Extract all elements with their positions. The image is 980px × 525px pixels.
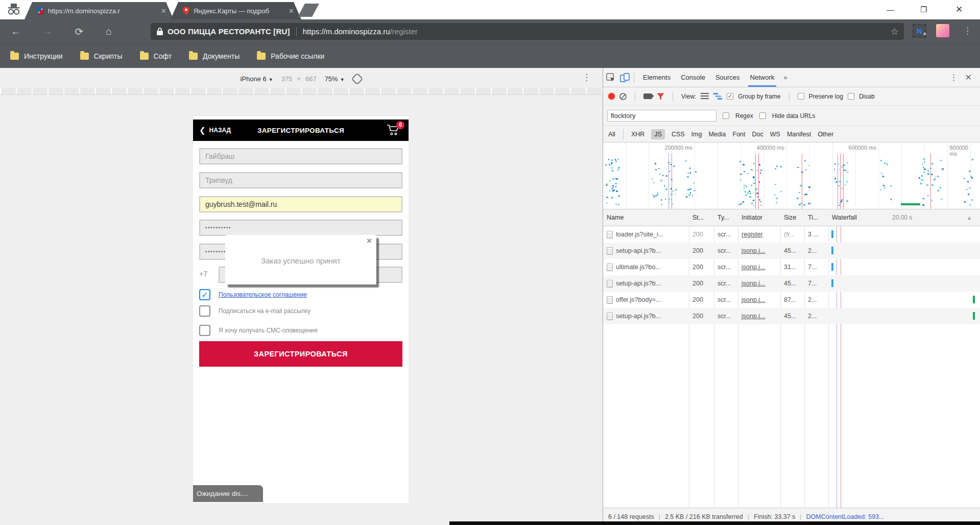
home-button[interactable]: ⌂	[100, 26, 117, 37]
tab-console[interactable]: Console	[676, 68, 710, 87]
type-filter-ws[interactable]: WS	[770, 131, 780, 138]
initiator-link[interactable]: jsonp.j...	[742, 247, 766, 254]
email-field[interactable]: guybrush.test@mail.ru	[199, 196, 402, 212]
bookmark-folder-instructions[interactable]: Инструкции	[10, 52, 63, 60]
password-field[interactable]: ••••••••••	[199, 220, 402, 236]
window-close-button[interactable]: ✕	[955, 5, 963, 15]
type-filter-img[interactable]: Img	[691, 131, 702, 138]
back-link[interactable]: ❮НАЗАД	[199, 126, 231, 135]
type-filter-manifest[interactable]: Manifest	[787, 131, 811, 138]
initiator-link[interactable]: jsonp.j...	[742, 264, 766, 271]
type-filter-font[interactable]: Font	[733, 131, 746, 138]
bookmark-folder-documents[interactable]: Документы	[189, 52, 240, 60]
new-tab-button[interactable]	[298, 4, 319, 17]
zoom-select[interactable]: 75%▼	[325, 75, 345, 83]
tab-sources[interactable]: Sources	[710, 68, 745, 87]
type-filter-js[interactable]: JS	[651, 129, 665, 139]
agreement-checkbox-row[interactable]: ✓ Пользовательское соглашение	[199, 289, 307, 300]
checkbox[interactable]: ✓	[199, 305, 210, 317]
col-time[interactable]: Ti...	[804, 214, 828, 221]
request-row[interactable]: setup-api.js?b...200scr...jsonp.j...45..…	[603, 308, 980, 324]
filter-funnel-icon[interactable]	[657, 93, 664, 100]
tab-dominos[interactable]: https://m.dominospizza.r ✕	[25, 2, 174, 19]
view-list-icon[interactable]	[701, 93, 709, 100]
first-name-field[interactable]: Гайбраш	[199, 148, 402, 164]
col-size[interactable]: Size	[780, 214, 804, 221]
col-initiator[interactable]: Initiator	[738, 214, 780, 221]
type-filter-css[interactable]: CSS	[672, 131, 685, 138]
request-row[interactable]: setup-api.js?b...200scr...jsonp.j...45..…	[603, 275, 980, 292]
type-filter-doc[interactable]: Doc	[752, 131, 763, 138]
device-toolbar-kebab-icon[interactable]: ⋮	[582, 72, 591, 83]
record-button[interactable]	[608, 93, 615, 100]
request-row[interactable]: loader.js?site_i...200scr...register(fr.…	[603, 226, 980, 243]
initiator-link[interactable]: register	[742, 231, 763, 238]
tab-close-icon[interactable]: ✕	[286, 6, 296, 16]
hide-data-urls-checkbox[interactable]	[759, 112, 766, 119]
request-row[interactable]: setup-api.js?b...200scr...jsonp.j...45..…	[603, 243, 980, 259]
initiator-link[interactable]: jsonp.j...	[742, 313, 766, 320]
extension-n-icon[interactable]: N	[913, 24, 926, 38]
window-restore-button[interactable]: ❐	[920, 5, 927, 15]
type-filter-xhr[interactable]: XHR	[631, 131, 644, 138]
window-minimize-button[interactable]: —	[887, 5, 894, 15]
cart-button[interactable]: 0	[386, 124, 400, 137]
regex-checkbox[interactable]	[723, 112, 729, 119]
sort-arrow-icon[interactable]: ▲	[967, 215, 972, 221]
device-toggle-icon[interactable]	[620, 73, 630, 82]
register-button[interactable]: ЗАРЕГИСТРИРОВАТЬСЯ	[199, 341, 402, 367]
sms-subscribe-checkbox-row[interactable]: ✓ Я хочу получать СМС-оповещения	[199, 325, 318, 336]
type-filter-media[interactable]: Media	[708, 131, 726, 138]
request-row[interactable]: ultimate.js?bo...200scr...jsonp.j...31..…	[603, 259, 980, 275]
request-row[interactable]: offer.js?body=...200scr...jsonp.j...87..…	[603, 292, 980, 308]
tab-elements[interactable]: Elements	[638, 68, 676, 87]
col-status[interactable]: St...	[689, 214, 714, 221]
network-timeline-overview[interactable]: 200000 ms 400000 ms 600000 ms 800000 ms	[603, 142, 980, 209]
request-name[interactable]: ultimate.js?bo...	[603, 264, 689, 271]
rotate-viewport-icon[interactable]	[351, 73, 363, 85]
device-select[interactable]: iPhone 6▼	[240, 75, 273, 83]
address-bar[interactable]: ООО ПИЦЦА РЕСТОРАНТС [RU] https://m.domi…	[151, 23, 904, 40]
initiator-link[interactable]: jsonp.j...	[742, 280, 766, 287]
viewport-size[interactable]: 375×667	[281, 75, 317, 83]
bookmark-star-icon[interactable]: ☆	[891, 26, 899, 37]
tab-network[interactable]: Network	[745, 68, 780, 87]
request-name[interactable]: setup-api.js?b...	[603, 313, 689, 320]
bookmark-folder-soft[interactable]: Софт	[140, 52, 172, 60]
checkbox[interactable]: ✓	[199, 325, 210, 336]
type-filter-all[interactable]: All	[608, 131, 615, 138]
reload-button[interactable]: ⟳	[70, 26, 88, 38]
request-name[interactable]: setup-api.js?b...	[603, 280, 689, 288]
col-name[interactable]: Name	[603, 214, 689, 221]
bookmark-folder-worklinks[interactable]: Рабочие ссылки	[257, 52, 324, 60]
tab-close-icon[interactable]: ✕	[159, 6, 169, 16]
clear-button[interactable]	[619, 93, 627, 100]
devtools-close-icon[interactable]: ✕	[965, 73, 972, 82]
domcontentloaded-time[interactable]: DOMContentLoaded: 593...	[806, 513, 885, 520]
browser-menu-kebab-icon[interactable]: ⋮	[963, 26, 972, 36]
email-subscribe-checkbox-row[interactable]: ✓ Подписаться на e-mail рассылку	[199, 305, 310, 317]
more-tabs-chevron[interactable]: »	[779, 74, 791, 81]
col-waterfall[interactable]: Waterfall	[828, 214, 861, 221]
request-name[interactable]: offer.js?body=...	[603, 296, 689, 304]
extension-pink-icon[interactable]	[936, 24, 949, 37]
view-waterfall-icon[interactable]	[713, 93, 722, 100]
group-by-frame-checkbox[interactable]: ✓	[727, 93, 733, 100]
request-name[interactable]: loader.js?site_i...	[603, 231, 689, 238]
tab-yandex-maps[interactable]: Яндекс.Карты — подроб ✕	[171, 2, 301, 19]
forward-button[interactable]: →	[39, 26, 56, 37]
request-name[interactable]: setup-api.js?b...	[603, 247, 689, 255]
inspect-element-icon[interactable]	[606, 73, 615, 82]
bookmark-folder-scripts[interactable]: Скрипты	[80, 52, 123, 60]
preserve-log-checkbox[interactable]	[798, 93, 804, 100]
col-type[interactable]: Ty...	[714, 214, 738, 221]
screenshot-capture-icon[interactable]	[643, 93, 652, 99]
checkbox[interactable]: ✓	[199, 289, 210, 300]
devtools-menu-kebab-icon[interactable]: ⋮	[950, 73, 958, 82]
disable-cache-checkbox[interactable]	[848, 93, 854, 100]
user-agreement-link[interactable]: Пользовательское соглашение	[219, 291, 307, 298]
type-filter-other[interactable]: Other	[818, 131, 833, 138]
close-icon[interactable]: ×	[367, 236, 372, 246]
initiator-link[interactable]: jsonp.j...	[742, 296, 766, 303]
back-button[interactable]: ←	[7, 26, 25, 37]
